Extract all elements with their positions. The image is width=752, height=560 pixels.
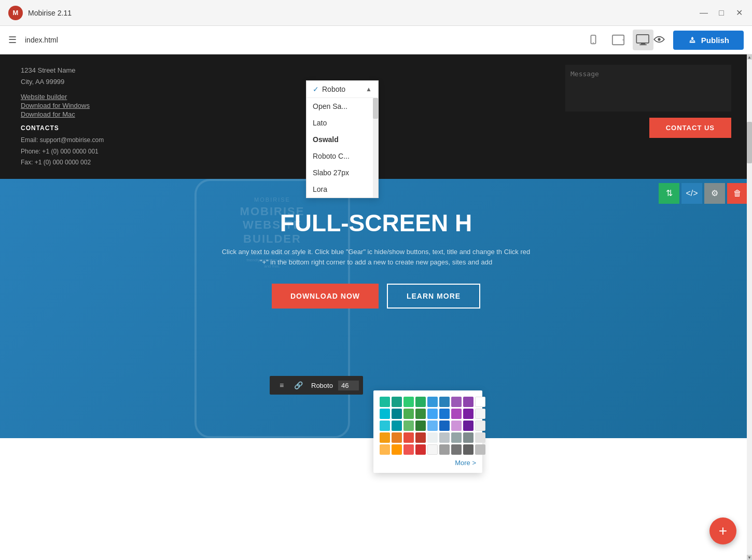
color-swatch[interactable]: [451, 409, 462, 419]
color-swatch[interactable]: [415, 421, 426, 431]
color-swatch[interactable]: [463, 432, 474, 443]
color-swatch[interactable]: [439, 397, 450, 407]
add-section-fab[interactable]: +: [709, 517, 736, 544]
color-swatch[interactable]: [475, 397, 485, 407]
color-swatch[interactable]: [451, 444, 462, 455]
contact-us-button[interactable]: CONTACT US: [649, 118, 731, 138]
color-swatch[interactable]: [380, 432, 390, 443]
contacts-title: CONTACTS: [21, 124, 104, 132]
color-swatch[interactable]: [415, 397, 426, 407]
color-swatch[interactable]: [380, 397, 390, 407]
color-swatch[interactable]: [475, 409, 485, 419]
color-swatch[interactable]: [380, 421, 390, 431]
preview-button[interactable]: [653, 34, 665, 46]
code-section-button[interactable]: </>: [681, 183, 702, 204]
color-swatch[interactable]: [380, 409, 390, 419]
color-swatch[interactable]: [439, 432, 450, 443]
color-swatch[interactable]: [463, 444, 474, 455]
download-windows-link[interactable]: Download for Windows: [21, 102, 104, 109]
website-builder-link[interactable]: Website builder: [21, 93, 104, 101]
scroll-up-arrow[interactable]: ▲: [747, 54, 752, 60]
color-swatch[interactable]: [427, 444, 438, 455]
color-swatch[interactable]: [392, 397, 402, 407]
color-swatch[interactable]: [427, 397, 438, 407]
move-section-button[interactable]: ⇅: [659, 183, 679, 204]
color-swatch[interactable]: [463, 409, 474, 419]
color-swatch[interactable]: [403, 444, 414, 455]
text-align-button[interactable]: ≡: [274, 378, 289, 393]
hamburger-menu-icon[interactable]: ☰: [8, 34, 17, 46]
scrollbar-thumb[interactable]: [747, 122, 752, 163]
format-font-name: Roboto: [307, 382, 337, 389]
color-swatch[interactable]: [439, 409, 450, 419]
font-option-lato[interactable]: Lato: [307, 115, 378, 131]
svg-rect-4: [636, 35, 649, 43]
color-swatch[interactable]: [403, 397, 414, 407]
color-swatch[interactable]: [439, 421, 450, 431]
color-swatch[interactable]: [451, 397, 462, 407]
footer-address: 1234 Street Name City, AA 99999: [21, 65, 104, 88]
color-swatch[interactable]: [427, 432, 438, 443]
dropdown-up-arrow[interactable]: ▲: [366, 86, 372, 93]
color-swatch[interactable]: [427, 421, 438, 431]
svg-rect-5: [641, 43, 645, 45]
more-colors-button[interactable]: More >: [380, 459, 476, 467]
message-textarea[interactable]: [565, 65, 731, 111]
font-list-scrollthumb[interactable]: [373, 98, 378, 119]
color-swatch[interactable]: [392, 409, 402, 419]
color-swatch[interactable]: [451, 432, 462, 443]
color-swatch[interactable]: [415, 444, 426, 455]
color-swatch[interactable]: [403, 421, 414, 431]
toolbar-right: Publish: [653, 31, 744, 50]
color-swatch[interactable]: [392, 444, 402, 455]
font-dropdown-header: ✓ Roboto ▲: [307, 81, 378, 98]
hero-content: FULL-SCREEN H Click any text to edit or …: [0, 179, 752, 329]
color-swatch[interactable]: [380, 444, 390, 455]
font-option-roboto-condensed[interactable]: Roboto C...: [307, 148, 378, 164]
hero-title[interactable]: FULL-SCREEN H: [21, 210, 731, 236]
font-list: Open Sa... Lato Oswald Roboto C... Slabo…: [307, 98, 378, 198]
download-now-button[interactable]: DOWNLOAD NOW: [272, 284, 379, 309]
color-swatch[interactable]: [427, 409, 438, 419]
svg-rect-8: [689, 41, 695, 43]
color-swatch[interactable]: [392, 421, 402, 431]
font-option-slabo[interactable]: Slabo 27px: [307, 164, 378, 181]
close-button[interactable]: ✕: [734, 8, 744, 18]
font-option-open-sans[interactable]: Open Sa...: [307, 98, 378, 115]
color-swatch[interactable]: [403, 409, 414, 419]
learn-more-button[interactable]: LEARN MORE: [387, 284, 480, 309]
delete-section-button[interactable]: 🗑: [727, 183, 748, 204]
svg-point-7: [658, 38, 660, 40]
color-swatch[interactable]: [475, 444, 485, 455]
color-swatch[interactable]: [403, 432, 414, 443]
main-toolbar: ☰ index.html Publish: [0, 26, 752, 54]
font-option-lora[interactable]: Lora: [307, 181, 378, 198]
font-dropdown: ✓ Roboto ▲ Open Sa... Lato Oswald Roboto…: [306, 80, 379, 198]
color-swatch[interactable]: [463, 421, 474, 431]
scroll-down-arrow[interactable]: ▼: [747, 555, 752, 560]
scrollbar-track[interactable]: ▲ ▼: [747, 54, 752, 560]
color-swatch[interactable]: [475, 421, 485, 431]
color-swatch[interactable]: [415, 409, 426, 419]
color-swatch[interactable]: [451, 421, 462, 431]
maximize-button[interactable]: □: [717, 8, 726, 18]
font-option-oswald[interactable]: Oswald: [307, 131, 378, 148]
color-swatch[interactable]: [415, 432, 426, 443]
color-swatch[interactable]: [392, 432, 402, 443]
window-controls: — □ ✕: [699, 8, 744, 18]
settings-section-button[interactable]: ⚙: [704, 183, 725, 204]
selected-font-display: ✓ Roboto: [313, 85, 345, 93]
font-size-input[interactable]: [338, 381, 359, 390]
color-swatch[interactable]: [475, 432, 485, 443]
download-mac-link[interactable]: Download for Mac: [21, 110, 104, 118]
publish-button[interactable]: Publish: [673, 31, 744, 50]
color-swatch[interactable]: [439, 444, 450, 455]
color-swatch[interactable]: [463, 397, 474, 407]
desktop-view-button[interactable]: [633, 30, 653, 50]
font-list-scrolltrack[interactable]: [373, 98, 378, 198]
minimize-button[interactable]: —: [699, 8, 708, 18]
mobile-view-button[interactable]: [583, 30, 604, 50]
tablet-view-button[interactable]: [608, 30, 629, 50]
insert-link-button[interactable]: 🔗: [290, 378, 306, 393]
text-format-bar: ≡ 🔗 Roboto: [270, 376, 363, 395]
